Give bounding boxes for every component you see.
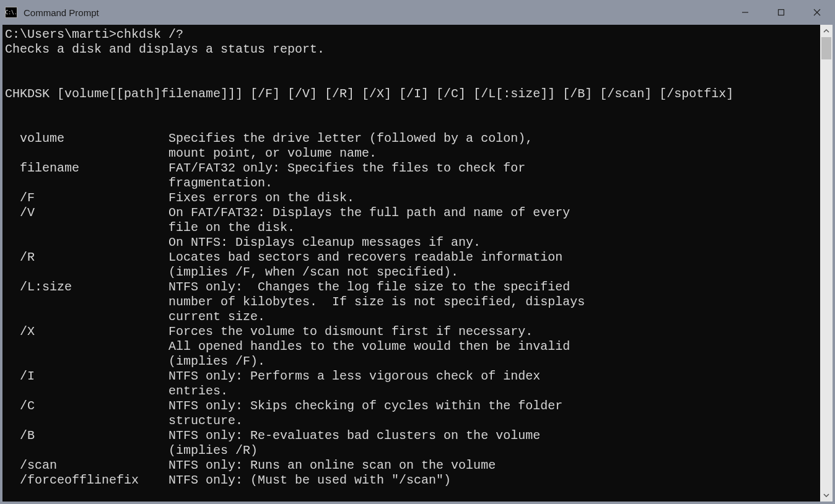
window-title: Command Prompt bbox=[24, 7, 99, 18]
scroll-up-arrow-icon[interactable] bbox=[820, 25, 833, 37]
minimize-button[interactable] bbox=[727, 0, 763, 25]
scroll-track[interactable] bbox=[820, 37, 833, 489]
terminal-frame: C:\Users\marti>chkdsk /? Checks a disk a… bbox=[2, 25, 833, 502]
titlebar[interactable]: C:\. Command Prompt bbox=[0, 0, 835, 25]
terminal-output[interactable]: C:\Users\marti>chkdsk /? Checks a disk a… bbox=[2, 25, 820, 502]
close-button[interactable] bbox=[799, 0, 835, 25]
window-controls bbox=[727, 0, 835, 25]
close-icon bbox=[813, 9, 821, 16]
scroll-thumb[interactable] bbox=[821, 37, 831, 59]
maximize-icon bbox=[777, 9, 785, 16]
scroll-down-arrow-icon[interactable] bbox=[820, 489, 833, 502]
minimize-icon bbox=[741, 9, 749, 16]
client-area: C:\Users\marti>chkdsk /? Checks a disk a… bbox=[0, 25, 835, 504]
maximize-button[interactable] bbox=[763, 0, 799, 25]
svg-rect-1 bbox=[779, 10, 784, 15]
vertical-scrollbar[interactable] bbox=[820, 25, 833, 502]
app-icon: C:\. bbox=[5, 7, 17, 18]
